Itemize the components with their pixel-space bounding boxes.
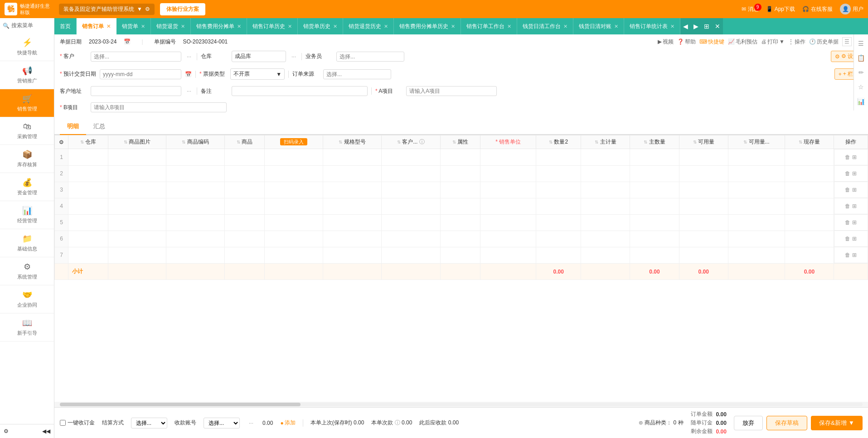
- customer-more-btn[interactable]: ···: [185, 53, 193, 60]
- row-copy-icon[interactable]: ⊞: [852, 203, 857, 209]
- tab-close-cashflow[interactable]: ✕: [563, 24, 567, 29]
- addr-more-btn[interactable]: ···: [185, 88, 193, 94]
- tab-close-order-history[interactable]: ✕: [288, 24, 292, 29]
- online-service-item[interactable]: 🎧 在线客服: [802, 5, 833, 13]
- tab-stats[interactable]: 销售订单统计表 ✕: [624, 18, 680, 34]
- sidebar-item-inventory[interactable]: 📦 库存核算: [0, 145, 54, 173]
- row-copy-icon[interactable]: ⊞: [852, 236, 857, 242]
- row-delete-icon[interactable]: 🗑: [845, 154, 850, 160]
- note-input[interactable]: [232, 86, 368, 96]
- invoice-select[interactable]: 不开票 ▼: [230, 68, 285, 80]
- message-item[interactable]: ✉ 消息 9: [742, 5, 759, 13]
- tab-close-return-history[interactable]: ✕: [384, 24, 388, 29]
- warehouse-more-btn[interactable]: ···: [290, 53, 298, 60]
- th-main-unit[interactable]: ⇅ 主计量: [581, 135, 630, 149]
- system-title[interactable]: 装备及固定资产辅助管理系统 ▼ ⚙: [59, 4, 155, 15]
- delivery-input[interactable]: [100, 69, 181, 79]
- customer-addr-input[interactable]: [91, 86, 181, 96]
- user-item[interactable]: 👤 用户: [840, 4, 863, 14]
- shortcut-btn[interactable]: ⌨ 快捷键: [699, 38, 724, 46]
- sidebar-search[interactable]: 🔍 搜索菜单: [0, 18, 54, 33]
- tab-cashflow[interactable]: 钱货日清工作台 ✕: [517, 18, 573, 34]
- sub-tab-summary[interactable]: 汇总: [86, 119, 112, 135]
- th-available2[interactable]: ⇅ 可用量...: [728, 135, 785, 149]
- payment-method-select[interactable]: 选择...: [131, 418, 167, 428]
- tab-sales-order[interactable]: 销售订单 ✕: [77, 18, 116, 34]
- sidebar-item-ops[interactable]: 📊 经营管理: [0, 201, 54, 229]
- tab-close-stats[interactable]: ✕: [670, 24, 674, 29]
- sub-tab-detail[interactable]: 明细: [60, 119, 86, 135]
- tab-more-btn[interactable]: ⊞: [701, 18, 712, 34]
- row-copy-icon[interactable]: ⊞: [852, 154, 857, 160]
- th-scan[interactable]: 扫码录入: [264, 135, 323, 149]
- sidebar-item-sys-mgmt[interactable]: ⚙ 系统管理: [0, 257, 54, 285]
- th-code[interactable]: ⇅ 商品编码: [166, 135, 224, 149]
- right-tool-clipboard[interactable]: 📋: [855, 53, 867, 63]
- tab-close-sales-goods[interactable]: ✕: [141, 24, 145, 29]
- sidebar-item-quick-nav[interactable]: ⚡ 快捷导航: [0, 33, 54, 61]
- tab-workbench[interactable]: 销售订单工作台 ✕: [461, 18, 517, 34]
- row-copy-icon[interactable]: ⊞: [852, 252, 857, 258]
- tab-close-fee-history[interactable]: ✕: [451, 24, 455, 29]
- discard-button[interactable]: 放弃: [734, 416, 763, 430]
- tab-close-sales-order[interactable]: ✕: [107, 24, 111, 29]
- horizontal-scrollbar[interactable]: [60, 403, 863, 406]
- tab-cashflow-check[interactable]: 钱货日清对账 ✕: [573, 18, 624, 34]
- tab-close-fee-split[interactable]: ✕: [237, 24, 241, 29]
- th-main-qty[interactable]: ⇅ 主数量: [630, 135, 679, 149]
- sidebar-item-base-info[interactable]: 📁 基础信息: [0, 229, 54, 257]
- tab-return[interactable]: 销货退货 ✕: [151, 18, 191, 34]
- tab-fee-split[interactable]: 销售费用分摊单 ✕: [191, 18, 247, 34]
- row-delete-icon[interactable]: 🗑: [845, 203, 850, 209]
- order-source-input[interactable]: [323, 69, 391, 79]
- tab-next-btn[interactable]: ▶: [691, 18, 701, 34]
- bank-select[interactable]: 选择...: [204, 418, 240, 428]
- solution-button[interactable]: 体验行业方案: [160, 3, 205, 15]
- row-copy-icon[interactable]: ⊞: [852, 187, 857, 193]
- tab-close-return[interactable]: ✕: [181, 24, 185, 29]
- settings-bottom-icon[interactable]: ⚙: [4, 428, 9, 434]
- auto-payment-checkbox[interactable]: [60, 420, 66, 426]
- tab-close-cashflow-check[interactable]: ✕: [614, 24, 618, 29]
- row-copy-icon[interactable]: ⊞: [852, 219, 857, 226]
- sidebar-item-enterprise[interactable]: 🤝 企业协同: [0, 285, 54, 313]
- row-delete-icon[interactable]: 🗑: [845, 170, 850, 177]
- tab-goods-history[interactable]: 销货单历史 ✕: [298, 18, 343, 34]
- tab-return-history[interactable]: 销货退货历史 ✕: [343, 18, 394, 34]
- th-settings[interactable]: ⚙: [55, 135, 68, 149]
- tab-close-goods-history[interactable]: ✕: [333, 24, 337, 29]
- th-product[interactable]: ⇅ 商品: [224, 135, 264, 149]
- row-delete-icon[interactable]: 🗑: [845, 252, 850, 258]
- help-btn[interactable]: ❓ 帮助: [677, 38, 696, 46]
- staff-input[interactable]: [336, 52, 404, 62]
- right-tool-star[interactable]: ☆: [856, 82, 866, 92]
- delivery-calendar-icon[interactable]: 📅: [185, 71, 192, 77]
- th-stock[interactable]: ⇅ 现存量: [785, 135, 834, 149]
- dropdown-icon[interactable]: ▼: [849, 419, 854, 426]
- right-tool-edit[interactable]: ✏: [857, 67, 866, 78]
- row-copy-icon[interactable]: ⊞: [852, 170, 857, 177]
- view-btn[interactable]: ▶ 视频: [658, 38, 674, 46]
- b-project-input[interactable]: [91, 102, 227, 112]
- scan-btn[interactable]: 扫码录入: [280, 138, 307, 145]
- list-view-btn[interactable]: ☰: [842, 37, 852, 46]
- tab-sales-goods[interactable]: 销货单 ✕: [116, 18, 151, 34]
- history-btn[interactable]: 🕐 历史单据: [809, 38, 839, 46]
- sidebar-item-marketing[interactable]: 📢 营销推广: [0, 61, 54, 89]
- scroll-thumb[interactable]: [60, 403, 301, 406]
- tab-close-all-btn[interactable]: ✕: [712, 18, 723, 34]
- th-available[interactable]: ⇅ 可用量: [679, 135, 728, 149]
- tab-close-workbench[interactable]: ✕: [507, 24, 511, 29]
- sidebar-item-finance[interactable]: 💰 资金管理: [0, 173, 54, 201]
- profit-btn[interactable]: 📈 毛利预估: [728, 38, 757, 46]
- a-project-input[interactable]: [406, 86, 497, 96]
- calendar-icon[interactable]: 📅: [124, 39, 131, 45]
- sidebar-item-purchase[interactable]: 🛍 采购管理: [0, 117, 54, 145]
- th-attr[interactable]: ⇅ 属性: [441, 135, 480, 149]
- row-delete-icon[interactable]: 🗑: [845, 187, 850, 193]
- th-image[interactable]: ⇅ 商品图片: [108, 135, 166, 149]
- tab-fee-history[interactable]: 销售费用分摊单历史 ✕: [394, 18, 461, 34]
- ops-btn[interactable]: ⋮ 操作: [788, 38, 805, 46]
- collapse-icon[interactable]: ◀◀: [42, 428, 50, 434]
- th-unit[interactable]: * 销售单位: [480, 135, 536, 149]
